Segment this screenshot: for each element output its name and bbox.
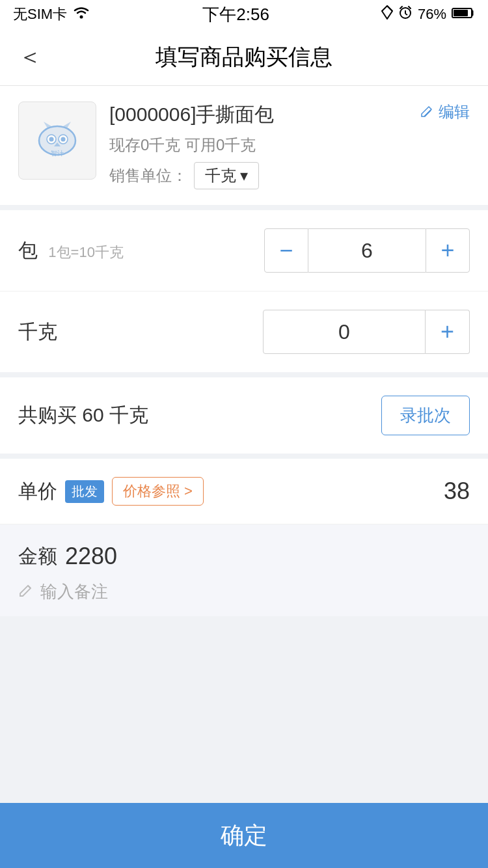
empty-space: [0, 616, 488, 803]
back-button[interactable]: ＜: [18, 41, 42, 73]
amount-row: 金额 2280: [18, 543, 470, 570]
bao-qty-row: 包 1包=10千克 − +: [0, 210, 488, 292]
svg-point-0: [80, 16, 83, 19]
alarm-icon: [398, 5, 413, 23]
price-left: 单价 批发 价格参照 >: [18, 477, 204, 506]
dropdown-icon: ▾: [240, 167, 248, 185]
page-title: 填写商品购买信息: [156, 42, 332, 72]
price-label: 单价: [18, 478, 57, 505]
kg-plus-icon: +: [441, 318, 454, 346]
batch-label: 录批次: [400, 405, 451, 425]
total-row: 共购买 60 千克 录批次: [0, 377, 488, 459]
bao-minus-button[interactable]: −: [264, 228, 308, 273]
plus-icon: +: [441, 237, 454, 264]
product-name: [0000006]手撕面包: [109, 102, 274, 128]
price-value: 38: [444, 478, 470, 505]
status-time: 下午2:56: [202, 3, 269, 26]
location-icon: [381, 5, 393, 23]
edit-label: 编辑: [439, 102, 470, 122]
kg-plus-button[interactable]: +: [426, 310, 470, 354]
unit-value: 千克: [205, 165, 236, 186]
unit-select[interactable]: 千克 ▾: [194, 162, 259, 189]
note-label: 输入备注: [40, 580, 108, 603]
bao-qty-controls: − +: [264, 228, 470, 273]
pencil-icon: [18, 582, 34, 602]
svg-rect-5: [454, 10, 468, 16]
price-tag: 批发: [65, 480, 104, 503]
price-ref-label: 价格参照 >: [123, 481, 193, 501]
total-text: 共购买 60 千克: [18, 402, 148, 429]
status-left: 无SIM卡: [13, 5, 90, 24]
product-info: [0000006]手撕面包 编辑 现存0千克 可用0千克 销售单位： 千克 ▾: [109, 102, 470, 189]
product-card: 智计 [0000006]手撕面包 编辑 现存0千克 可用0千克 销售单位： 千克…: [0, 86, 488, 210]
status-bar: 无SIM卡 下午2:56 76%: [0, 0, 488, 29]
battery-icon: [452, 6, 475, 23]
product-name-row: [0000006]手撕面包 编辑: [109, 102, 470, 128]
kg-label: 千克: [18, 319, 263, 346]
amount-label: 金额: [18, 543, 57, 570]
product-image: 智计: [18, 102, 96, 180]
minus-icon: −: [279, 237, 293, 264]
svg-text:智计: 智计: [51, 150, 64, 157]
unit-label: 销售单位：: [109, 165, 187, 186]
amount-section: 金额 2280 输入备注: [0, 524, 488, 616]
battery-text: 76%: [418, 6, 446, 23]
bao-hint: 1包=10千克: [48, 244, 124, 260]
bao-plus-button[interactable]: +: [426, 228, 470, 273]
carrier-text: 无SIM卡: [13, 5, 67, 24]
product-unit-row: 销售单位： 千克 ▾: [109, 162, 470, 189]
svg-line-3: [405, 14, 407, 15]
batch-button[interactable]: 录批次: [381, 396, 470, 435]
product-logo-icon: 智计: [34, 118, 80, 164]
bao-qty-input[interactable]: [308, 228, 426, 273]
svg-point-12: [49, 137, 54, 141]
price-ref-button[interactable]: 价格参照 >: [112, 477, 204, 506]
note-row[interactable]: 输入备注: [18, 580, 470, 603]
confirm-label: 确定: [221, 820, 267, 852]
nav-bar: ＜ 填写商品购买信息: [0, 29, 488, 86]
price-section: 单价 批发 价格参照 > 38: [0, 459, 488, 524]
status-right: 76%: [381, 5, 475, 23]
amount-value: 2280: [65, 543, 117, 570]
product-stock: 现存0千克 可用0千克: [109, 135, 470, 156]
kg-qty-row: 千克 +: [0, 292, 488, 377]
wifi-icon: [72, 6, 90, 23]
kg-qty-controls: +: [263, 310, 470, 354]
kg-qty-input[interactable]: [263, 310, 426, 354]
svg-point-13: [61, 137, 66, 141]
edit-button[interactable]: 编辑: [419, 102, 470, 122]
confirm-button[interactable]: 确定: [0, 803, 488, 868]
bao-label: 包 1包=10千克: [18, 237, 264, 264]
